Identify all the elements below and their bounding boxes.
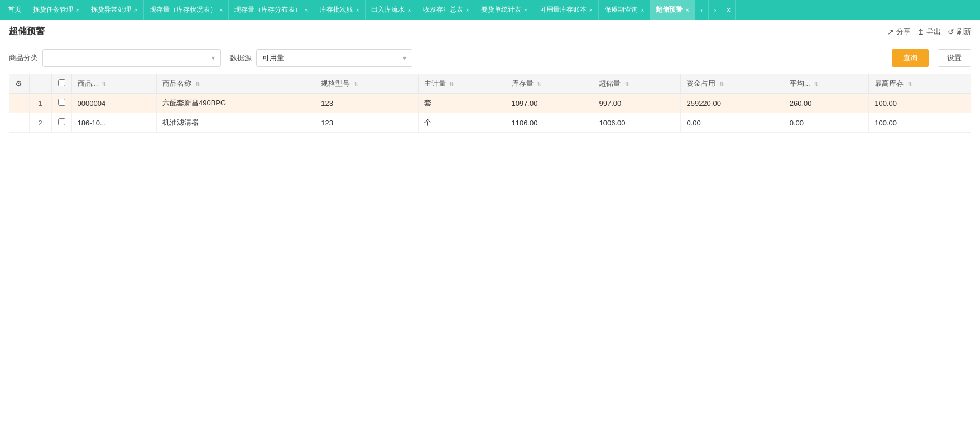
refresh-icon: ↺: [948, 27, 954, 36]
sort-icon-overstock: ⇅: [624, 81, 629, 87]
nav-arrow-close[interactable]: ×: [722, 0, 736, 20]
row-max-stock-1: 100.00: [869, 94, 971, 113]
datasource-filter-group: 数据源 可用量 ▾: [230, 49, 412, 67]
sort-icon-capital: ⇅: [719, 81, 724, 87]
close-task-mgmt[interactable]: ×: [76, 7, 79, 13]
export-button[interactable]: ↥ 导出: [917, 27, 941, 37]
close-stock-dist[interactable]: ×: [304, 7, 308, 13]
row-unit-2: 个: [418, 113, 506, 133]
table-container: ⚙ 商品... ⇅ 商品名称 ⇅ 规格型号 ⇅: [0, 74, 980, 133]
sort-icon-avg: ⇅: [814, 81, 818, 87]
nav-tab-order-stats[interactable]: 要货单统计表 ×: [475, 0, 534, 20]
row-capital-1: 259220.00: [681, 94, 784, 113]
row-overstock-2: 1006.00: [593, 113, 681, 133]
row-checkbox-1[interactable]: [58, 99, 65, 106]
sort-icon-product-code: ⇅: [102, 81, 106, 87]
sort-icon-max-stock: ⇅: [907, 81, 912, 87]
th-gear: ⚙: [9, 74, 29, 94]
close-order-stats[interactable]: ×: [524, 7, 527, 13]
nav-arrow-right[interactable]: ›: [709, 0, 722, 20]
share-button[interactable]: ↗ 分享: [887, 27, 911, 37]
nav-arrow-left[interactable]: ‹: [695, 0, 709, 20]
row-product-name-2: 机油滤清器: [156, 113, 315, 133]
close-avail-stock[interactable]: ×: [589, 7, 593, 13]
close-overstock-alert[interactable]: ×: [685, 7, 689, 13]
nav-tab-collect-summary[interactable]: 收发存汇总表 ×: [417, 0, 475, 20]
sort-icon-unit: ⇅: [449, 81, 454, 87]
share-icon: ↗: [887, 27, 894, 36]
row-max-stock-2: 100.00: [869, 113, 971, 133]
th-stock[interactable]: 库存量 ⇅: [506, 74, 593, 94]
sort-icon-spec: ⇅: [354, 81, 358, 87]
th-product-name[interactable]: 商品名称 ⇅: [156, 74, 315, 94]
datasource-select-value: 可用量: [262, 53, 284, 63]
row-product-name-1: 六配套新昌490BPG: [156, 94, 315, 113]
setting-button[interactable]: 设置: [938, 49, 971, 67]
row-unit-1: 套: [418, 94, 506, 113]
close-stock-batch[interactable]: ×: [356, 7, 359, 13]
nav-tab-quality-check[interactable]: 保质期查询 ×: [599, 0, 650, 20]
gear-icon[interactable]: ⚙: [15, 79, 22, 88]
nav-tab-inout-flow[interactable]: 出入库流水 ×: [366, 0, 417, 20]
th-spec[interactable]: 规格型号 ⇅: [315, 74, 418, 94]
row-avg-1: 260.00: [784, 94, 868, 113]
row-gear-cell: [9, 113, 29, 133]
nav-tab-stock-status[interactable]: 现存量（库存状况表） ×: [144, 0, 229, 20]
datasource-select[interactable]: 可用量 ▾: [256, 49, 412, 67]
row-checkbox-cell-2: [51, 113, 71, 133]
close-collect-summary[interactable]: ×: [466, 7, 469, 13]
category-select[interactable]: ▾: [42, 49, 221, 67]
th-unit[interactable]: 主计量 ⇅: [418, 74, 506, 94]
nav-tab-avail-stock[interactable]: 可用量库存账本 ×: [534, 0, 599, 20]
nav-tab-overstock-alert[interactable]: 超储预警 ×: [650, 0, 695, 20]
row-stock-2: 1106.00: [506, 113, 593, 133]
table-header-row: ⚙ 商品... ⇅ 商品名称 ⇅ 规格型号 ⇅: [9, 74, 971, 94]
overstock-table: ⚙ 商品... ⇅ 商品名称 ⇅ 规格型号 ⇅: [9, 74, 971, 133]
row-spec-2: 123: [315, 113, 418, 133]
th-avg[interactable]: 平均... ⇅: [784, 74, 868, 94]
page-title: 超储预警: [9, 26, 45, 37]
row-stock-1: 1097.00: [506, 94, 593, 113]
nav-tab-task-mgmt[interactable]: 拣货任务管理 ×: [27, 0, 85, 20]
row-checkbox-cell-1: [51, 94, 71, 113]
row-product-code-2: 186-10...: [71, 113, 156, 133]
row-num-2: 2: [29, 113, 51, 133]
category-label: 商品分类: [9, 53, 38, 63]
row-overstock-1: 997.00: [593, 94, 681, 113]
category-filter-group: 商品分类 ▾: [9, 49, 221, 67]
refresh-button[interactable]: ↺ 刷新: [948, 27, 971, 37]
th-capital[interactable]: 资金占用 ⇅: [681, 74, 784, 94]
row-avg-2: 0.00: [784, 113, 868, 133]
th-product-code[interactable]: 商品... ⇅: [71, 74, 156, 94]
category-chevron-icon: ▾: [212, 54, 215, 62]
table-row: 2 186-10... 机油滤清器 123 个 1106.00 1006.00 …: [9, 113, 971, 133]
nav-tab-abnormal[interactable]: 拣货异常处理 ×: [85, 0, 143, 20]
close-quality-check[interactable]: ×: [641, 7, 644, 13]
row-checkbox-2[interactable]: [58, 118, 65, 125]
select-all-checkbox[interactable]: [58, 79, 65, 86]
th-num: [29, 74, 51, 94]
table-row: 1 0000004 六配套新昌490BPG 123 套 1097.00 997.…: [9, 94, 971, 113]
nav-tab-stock-dist[interactable]: 现存量（库存分布表） ×: [229, 0, 314, 20]
nav-tab-stock-batch[interactable]: 库存批次账 ×: [314, 0, 366, 20]
close-inout-flow[interactable]: ×: [407, 7, 411, 13]
close-stock-status[interactable]: ×: [219, 7, 223, 13]
th-overstock[interactable]: 超储量 ⇅: [593, 74, 681, 94]
export-icon: ↥: [917, 27, 924, 36]
row-spec-1: 123: [315, 94, 418, 113]
sort-icon-product-name: ⇅: [195, 81, 200, 87]
header-actions: ↗ 分享 ↥ 导出 ↺ 刷新: [887, 27, 971, 37]
query-button[interactable]: 查询: [892, 49, 929, 67]
sort-icon-stock: ⇅: [537, 81, 541, 87]
nav-tab-home[interactable]: 首页: [2, 0, 27, 20]
close-abnormal[interactable]: ×: [134, 7, 137, 13]
row-product-code-1: 0000004: [71, 94, 156, 113]
datasource-chevron-icon: ▾: [403, 54, 406, 62]
th-max-stock[interactable]: 最高库存 ⇅: [869, 74, 971, 94]
th-checkbox: [51, 74, 71, 94]
top-nav: 首页 拣货任务管理 × 拣货异常处理 × 现存量（库存状况表） × 现存量（库存…: [0, 0, 980, 20]
row-gear-cell: [9, 94, 29, 113]
row-num-1: 1: [29, 94, 51, 113]
filter-bar: 商品分类 ▾ 数据源 可用量 ▾ 查询 设置: [0, 42, 980, 74]
datasource-label: 数据源: [230, 53, 252, 63]
